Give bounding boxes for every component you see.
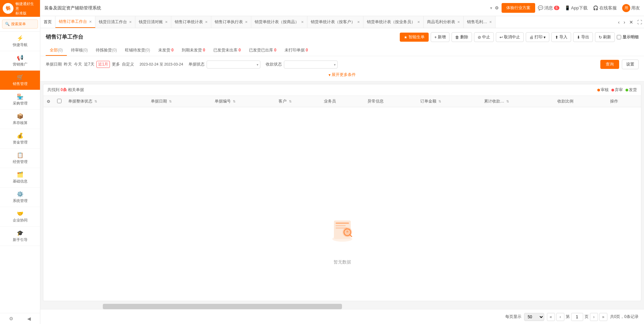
sort-collected-icon[interactable]: ⇅ — [506, 99, 509, 103]
tab-close-2[interactable]: ✕ — [129, 20, 132, 24]
new-button[interactable]: + 新增 — [431, 32, 449, 42]
tab-close-4[interactable]: ✕ — [205, 20, 208, 24]
sidebar-item-finance[interactable]: 💰 资金管理 — [0, 129, 40, 149]
refresh-button[interactable]: ↻ 刷新 — [595, 32, 615, 42]
tab-label-7: 销货单统计表（按客户） — [311, 19, 355, 25]
tab-close-3[interactable]: ✕ — [165, 20, 168, 24]
reject-button[interactable]: 弃审 — [611, 87, 623, 93]
tab-cash-daily-workbench[interactable]: 钱货日清工作台 ✕ — [95, 16, 135, 28]
date-opt-7days[interactable]: 近7天 — [84, 62, 94, 67]
sub-tab-overdue-unshipped[interactable]: 到期未发货 0 — [178, 45, 209, 56]
status-select[interactable] — [207, 60, 260, 69]
app-download-button[interactable]: 📱 App下载 — [565, 5, 588, 11]
sidebar-item-basic[interactable]: 🗂️ 基础信息 — [0, 168, 40, 188]
per-page-select[interactable]: 10 20 50 100 — [524, 313, 544, 321]
search-menu-button[interactable]: 🔍 搜索菜单 — [2, 19, 38, 29]
payment-select[interactable] — [284, 60, 338, 69]
tab-prev-button[interactable]: ‹ — [616, 19, 622, 25]
next-page-button[interactable]: › — [590, 313, 598, 321]
date-opt-custom[interactable]: 自定义 — [122, 62, 134, 67]
sidebar-item-inventory[interactable]: 📦 库存核算 — [0, 110, 40, 129]
delete-button[interactable]: 🗑 删除 — [452, 32, 472, 42]
tab-cash-reconciliation[interactable]: 钱货日清对账 ✕ — [135, 16, 171, 28]
tab-close-10[interactable]: ✕ — [489, 20, 492, 24]
ship-button[interactable]: 发货 — [626, 87, 637, 93]
tab-close-6[interactable]: ✕ — [301, 20, 304, 24]
tab-home[interactable]: 首页 — [40, 16, 55, 28]
date-opt-today[interactable]: 今天 — [74, 62, 82, 67]
page-number-input[interactable] — [571, 313, 583, 321]
tab-sales-execution[interactable]: 销售订单执行表 ✕ — [211, 16, 251, 28]
tab-sales-margin[interactable]: 销售毛利… ✕ — [464, 16, 496, 28]
horizontal-scrollbar[interactable] — [43, 304, 641, 309]
show-detail-checkbox[interactable]: 显示明细 — [617, 34, 639, 40]
tab-close-7[interactable]: ✕ — [357, 20, 360, 24]
show-detail-input[interactable] — [617, 35, 621, 39]
sidebar-item-marketing[interactable]: 📢 营销推广 — [0, 51, 40, 71]
select-all-checkbox[interactable] — [57, 99, 61, 103]
last-page-button[interactable]: » — [599, 313, 607, 321]
sub-tab-pending-audit[interactable]: 待审核(0) — [67, 45, 92, 56]
query-button[interactable]: 查询 — [600, 60, 619, 69]
settings-icon-button[interactable]: ⚙ — [495, 5, 499, 10]
sidebar-item-enterprise[interactable]: 🤝 企业协同 — [0, 207, 40, 227]
sub-tab-unshipped[interactable]: 未发货 0 — [154, 45, 178, 56]
tab-sales-by-salesperson[interactable]: 销货单统计表（按业务员） ✕ — [363, 16, 424, 28]
sort-status-icon[interactable]: ⇅ — [94, 99, 97, 103]
first-page-button[interactable]: « — [547, 313, 555, 321]
print-button[interactable]: 🖨 打印 ▾ — [526, 32, 549, 42]
export-button[interactable]: ⬇ 导出 — [573, 32, 593, 42]
industry-solution-button[interactable]: 体验行业方案 — [502, 3, 535, 13]
sub-tab-pending-inspection[interactable]: 待拣验货(0) — [92, 45, 121, 56]
sub-tab-shipped-not-out[interactable]: 已发货未出库 0 — [209, 45, 245, 56]
sub-tab-wangpu-pending[interactable]: 旺铺待发货(0) — [121, 45, 154, 56]
import-button[interactable]: ⬆ 导入 — [551, 32, 571, 42]
tab-gross-margin[interactable]: 商品毛利分析表 ✕ — [424, 16, 464, 28]
sub-tab-shipped-out[interactable]: 已发货已出库 0 — [245, 45, 281, 56]
sidebar-item-quick-nav[interactable]: ⚡ 快捷导航 — [0, 32, 40, 51]
cancel-stop-button[interactable]: ↩ 取消中止 — [496, 32, 524, 42]
sidebar-item-guide[interactable]: 🎓 新手引导 — [0, 227, 40, 246]
tab-close-all-button[interactable]: ✕ — [627, 19, 635, 25]
sidebar-collapse-button[interactable]: ◀ — [27, 316, 31, 321]
tab-sales-order-workbench[interactable]: 销售订单工作台 ✕ — [55, 16, 95, 28]
tab-sales-by-product[interactable]: 销货单统计表（按商品） ✕ — [251, 16, 307, 28]
sidebar-item-operations[interactable]: 📋 经营管理 — [0, 149, 40, 168]
empty-illustration — [326, 214, 359, 254]
message-button[interactable]: 💬 消息 6 — [538, 5, 559, 11]
sub-tab-all[interactable]: 全部(0) — [46, 45, 67, 56]
filter-settings-button[interactable]: 设置 — [622, 59, 639, 69]
sidebar-item-system[interactable]: ⚙️ 系统管理 — [0, 188, 40, 207]
tab-next-button[interactable]: › — [621, 19, 627, 25]
sidebar-settings-button[interactable]: ⚙ — [9, 316, 13, 321]
tab-close-9[interactable]: ✕ — [457, 20, 460, 24]
sort-customer-icon[interactable]: ⇅ — [289, 99, 292, 103]
sort-number-icon[interactable]: ⇅ — [233, 99, 235, 103]
stop-button[interactable]: ⊘ 中止 — [474, 32, 494, 42]
smart-create-button[interactable]: ★ 智能生单 — [400, 33, 429, 42]
scroll-thumb[interactable] — [103, 304, 342, 309]
table-settings-icon[interactable]: ⚙ — [47, 99, 50, 104]
sub-tab-unprinted[interactable]: 未打印单据 0 — [281, 45, 312, 56]
tab-maximize-button[interactable]: ⛶ — [635, 19, 644, 25]
sidebar-item-sales[interactable]: 🛒 销售管理 — [0, 71, 40, 90]
date-opt-1month[interactable]: 近1月 — [96, 61, 110, 68]
sidebar-item-purchase[interactable]: 🏪 采购管理 — [0, 90, 40, 110]
tab-close-8[interactable]: ✕ — [417, 20, 420, 24]
cancel-stop-icon: ↩ — [500, 35, 503, 40]
user-menu-button[interactable]: 用 用友 — [622, 4, 640, 12]
sort-amount-icon[interactable]: ⇅ — [438, 99, 441, 103]
tab-sales-stats[interactable]: 销售订单统计表 ✕ — [171, 16, 211, 28]
download-icon: 📱 — [565, 5, 570, 10]
date-opt-more[interactable]: 更多 — [112, 62, 120, 67]
tab-sales-by-customer[interactable]: 销货单统计表（按客户） ✕ — [307, 16, 363, 28]
prev-page-button[interactable]: ‹ — [556, 313, 564, 321]
tab-close-1[interactable]: ✕ — [89, 20, 92, 24]
sort-date-icon[interactable]: ⇅ — [169, 99, 172, 103]
tab-close-5[interactable]: ✕ — [245, 20, 248, 24]
audit-button[interactable]: 审核 — [597, 87, 609, 93]
date-opt-yesterday[interactable]: 昨天 — [64, 62, 72, 67]
expand-filter-button[interactable]: ▾ 展开更多条件 — [329, 72, 356, 78]
online-service-button[interactable]: 🎧 在线客服 — [593, 5, 617, 11]
page-header: 销售订单工作台 ★ 智能生单 + 新增 🗑 删除 — [40, 28, 644, 56]
